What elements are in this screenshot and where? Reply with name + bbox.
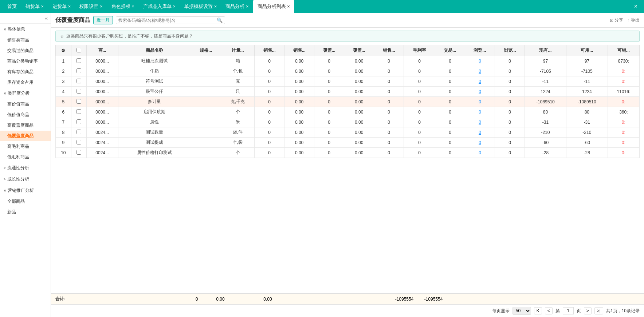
row-checkbox[interactable]: [71, 138, 86, 148]
row-spec: [191, 66, 221, 76]
row-stock: 97: [525, 56, 566, 66]
page-number-input[interactable]: [563, 307, 574, 314]
row-coverage2: 0.00: [344, 87, 374, 97]
sidebar-item-low-value[interactable]: 低价值商品: [0, 110, 51, 120]
sidebar-item-sales-goods[interactable]: 销售类商品: [0, 35, 51, 45]
sidebar-collapse-btn[interactable]: «: [45, 15, 48, 21]
sidebar-item-high-margin[interactable]: 高毛利商品: [0, 141, 51, 152]
close-button[interactable]: ×: [631, 3, 641, 10]
th-settings[interactable]: ⚙: [56, 45, 71, 56]
date-filter-button[interactable]: 近一月: [93, 16, 113, 24]
nav-permission[interactable]: 权限设置 ×: [75, 0, 107, 13]
sidebar-section-overall[interactable]: ∨ 整体信息: [0, 24, 51, 35]
row-stock: -60: [525, 138, 566, 148]
search-input[interactable]: [118, 18, 217, 23]
row-checkbox-input[interactable]: [76, 58, 81, 63]
next-page-button[interactable]: >: [584, 307, 592, 314]
row-spec: [191, 97, 221, 107]
sidebar-section-growth[interactable]: > 成长性分析: [0, 174, 51, 185]
row-checkbox-input[interactable]: [76, 79, 81, 83]
row-checkbox[interactable]: [71, 107, 86, 117]
th-coverage2: 覆盖...: [344, 45, 374, 56]
sidebar-section-flow[interactable]: > 流通性分析: [0, 162, 51, 174]
row-browse1[interactable]: 0: [465, 87, 495, 97]
row-stock: 80: [525, 107, 566, 117]
row-browse1[interactable]: 0: [465, 66, 495, 76]
row-gross-rate: 0: [404, 138, 435, 148]
sidebar-item-traded-goods[interactable]: 交易过的商品: [0, 45, 51, 56]
sidebar-item-stock-capital[interactable]: 库存资金占用: [0, 77, 51, 88]
table-row: 90024...测试提成个,袋00.0000.0000000-60-600:: [56, 138, 640, 148]
nav-template[interactable]: 单据模板设置 ×: [180, 0, 221, 13]
page-size-select[interactable]: 50 100: [513, 307, 531, 315]
sidebar-item-new-goods[interactable]: 新品: [0, 207, 51, 217]
sidebar-item-low-margin[interactable]: 低毛利商品: [0, 152, 51, 162]
nav-analysis[interactable]: 商品分析 ×: [221, 0, 253, 13]
nav-production[interactable]: 产成品入库单 ×: [139, 0, 180, 13]
row-checkbox[interactable]: [71, 148, 86, 158]
row-name: 旺辅批次测试: [118, 56, 191, 66]
last-page-button[interactable]: >|: [594, 307, 603, 314]
row-name: 牛奶: [118, 66, 191, 76]
row-checkbox-input[interactable]: [76, 150, 81, 155]
select-all-checkbox[interactable]: [76, 48, 81, 52]
row-spec: [191, 107, 221, 117]
row-browse1[interactable]: 0: [465, 148, 495, 158]
row-checkbox[interactable]: [71, 76, 86, 87]
sidebar-item-category-rate[interactable]: 商品分类动销率: [0, 56, 51, 67]
nav-purchase[interactable]: 进货单 ×: [48, 0, 75, 13]
row-browse2: 0: [495, 107, 525, 117]
row-trade: 0: [435, 87, 465, 97]
th-checkbox[interactable]: [71, 45, 86, 56]
row-sales-amt: 0.00: [284, 87, 314, 97]
row-checkbox-input[interactable]: [76, 140, 81, 144]
row-checkbox[interactable]: [71, 97, 86, 107]
row-checkbox-input[interactable]: [76, 68, 81, 73]
row-name: 属性: [118, 117, 191, 127]
share-button[interactable]: ⊡ 分享: [610, 17, 623, 23]
row-gross-rate: 0: [404, 148, 435, 158]
row-checkbox-input[interactable]: [76, 119, 81, 124]
export-button[interactable]: ↑ 导出: [628, 17, 640, 23]
row-available: -31: [566, 117, 608, 127]
nav-role[interactable]: 角色授权 ×: [107, 0, 139, 13]
table-row: 80024...测试数量袋,件00.0000.0000000-210-2100:: [56, 127, 640, 138]
sidebar-item-high-coverage[interactable]: 高覆盖度商品: [0, 120, 51, 131]
row-number: 7: [56, 117, 71, 127]
row-checkbox[interactable]: [71, 66, 86, 76]
nav-home[interactable]: 首页: [3, 0, 21, 13]
sidebar-section-cluster[interactable]: ∨ 类群度分析: [0, 88, 51, 99]
row-checkbox[interactable]: [71, 117, 86, 127]
prev-page-button[interactable]: <: [545, 307, 553, 314]
th-sales-qty: 销售...: [255, 45, 284, 56]
row-browse1[interactable]: 0: [465, 76, 495, 87]
row-browse1[interactable]: 0: [465, 138, 495, 148]
sidebar-section-marketing[interactable]: ∨ 营销推广分析: [0, 185, 51, 196]
first-page-button[interactable]: K: [534, 307, 542, 314]
row-browse1[interactable]: 0: [465, 117, 495, 127]
row-checkbox-input[interactable]: [76, 99, 81, 104]
nav-sales[interactable]: 销货单 ×: [21, 0, 48, 13]
row-checkbox[interactable]: [71, 87, 86, 97]
row-browse2: 0: [495, 56, 525, 66]
row-available: -28: [566, 148, 608, 158]
row-checkbox-input[interactable]: [76, 109, 81, 114]
row-checkbox[interactable]: [71, 56, 86, 66]
nav-analysis-list[interactable]: 商品分析列表 ×: [253, 0, 294, 13]
row-browse1[interactable]: 0: [465, 97, 495, 107]
row-browse1[interactable]: 0: [465, 107, 495, 117]
sidebar-item-all-goods[interactable]: 全部商品: [0, 196, 51, 207]
sidebar-item-stock-goods[interactable]: 有库存的商品: [0, 67, 51, 77]
row-checkbox-input[interactable]: [76, 89, 81, 94]
row-number: 3: [56, 76, 71, 87]
row-trade: 0: [435, 117, 465, 127]
row-saleable: 0:: [608, 76, 639, 87]
settings-icon[interactable]: ⚙: [61, 48, 65, 53]
sidebar-item-high-value[interactable]: 高价值商品: [0, 99, 51, 110]
row-checkbox[interactable]: [71, 127, 86, 138]
row-browse1[interactable]: 0: [465, 56, 495, 66]
sidebar-item-low-coverage[interactable]: 低覆盖度商品: [0, 131, 51, 141]
sidebar-section-growth-label: 成长性分析: [7, 176, 29, 182]
row-checkbox-input[interactable]: [76, 130, 81, 134]
row-browse1[interactable]: 0: [465, 127, 495, 138]
